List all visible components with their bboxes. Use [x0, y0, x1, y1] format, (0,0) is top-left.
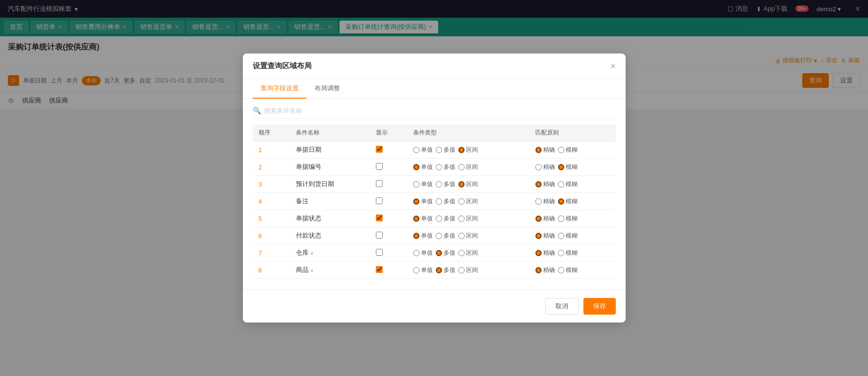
search-box: 🔍 — [253, 107, 616, 109]
dialog-body: 🔍 顺序 条件名称 显示 条件类型 匹配原则 — [243, 99, 626, 109]
settings-dialog: 设置查询区域布局 × 查询字段设置 布局调整 🔍 — [243, 54, 626, 109]
dialog-tab-bar: 查询字段设置 布局调整 — [243, 79, 626, 99]
modal-overlay: 设置查询区域布局 × 查询字段设置 布局调整 🔍 — [0, 0, 868, 109]
search-icon: 🔍 — [253, 107, 261, 109]
tab-layout-adjust[interactable]: 布局调整 — [307, 79, 348, 99]
tab-layout-adjust-label: 布局调整 — [315, 84, 340, 92]
dialog-title: 设置查询区域布局 — [253, 61, 312, 71]
tab-query-fields-label: 查询字段设置 — [261, 84, 299, 92]
dialog-close-btn[interactable]: × — [610, 62, 616, 71]
search-input[interactable] — [264, 107, 362, 110]
tab-query-fields[interactable]: 查询字段设置 — [253, 79, 307, 99]
dialog-header: 设置查询区域布局 × — [243, 54, 626, 79]
